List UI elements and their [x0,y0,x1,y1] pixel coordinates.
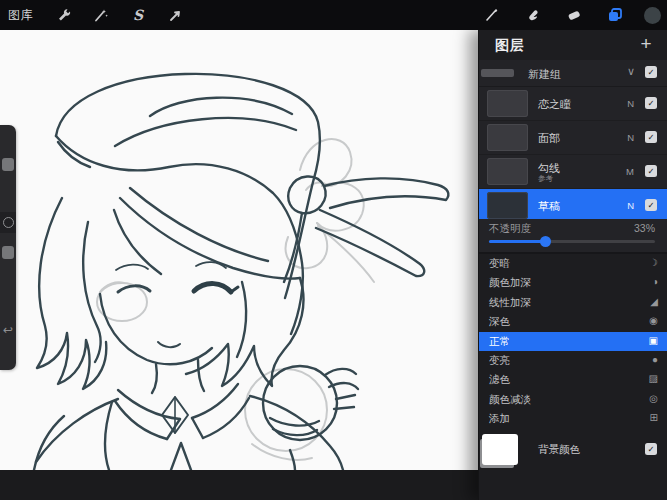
modify-ring-icon [3,217,14,228]
smudge-icon[interactable] [521,4,545,26]
layer-row[interactable]: 恋之瞳 N ✓ [479,87,667,121]
layer-row-selected[interactable]: 草稿 N ✓ [479,189,667,220]
gallery-button[interactable]: 图库 [8,7,33,24]
layer-reference-label: 参考 [538,174,553,184]
canvas-artwork [0,30,478,470]
blend-mode-item-selected[interactable]: 正常 ▣ [479,332,667,351]
layer-visibility-checkbox[interactable]: ✓ [645,97,657,109]
layers-icon[interactable] [603,4,627,26]
color-icon[interactable] [644,7,661,24]
magic-wand-icon[interactable] [89,4,113,26]
blend-mode-item[interactable]: 添加 ⊞ [479,409,667,428]
opacity-slider-fill [489,240,545,243]
linear-burn-icon: ◢ [650,296,658,307]
transform-icon[interactable] [163,4,187,26]
group-visibility-checkbox[interactable]: ✓ [645,66,657,78]
opacity-slider-thumb[interactable] [540,236,551,247]
background-color-row[interactable]: 背景颜色 ✓ [479,432,667,470]
blend-mode-item[interactable]: 变暗 ☽ [479,254,667,273]
layers-panel-header: 图层 + [479,30,667,60]
layer-row[interactable]: 面部 N ✓ [479,121,667,155]
lighten-icon: ● [652,354,658,365]
darken-icon: ☽ [649,257,658,268]
eraser-icon[interactable] [562,4,586,26]
layer-thumbnail [487,192,528,219]
layer-thumbnail [487,90,528,117]
opacity-label: 不透明度 [489,222,531,236]
blend-mode-badge[interactable]: N [627,132,634,143]
opacity-value: 33% [634,222,655,234]
layer-group-row[interactable]: 新建组 ∨ ✓ [479,60,667,87]
wrench-icon[interactable] [52,4,76,26]
opacity-slider[interactable] [489,240,655,243]
top-toolbar: 图库 S [0,0,667,30]
selection-icon[interactable]: S [126,4,150,26]
opacity-section: 不透明度 33% [479,219,667,254]
normal-icon: ▣ [649,335,658,346]
blend-mode-badge[interactable]: N [627,200,634,211]
brush-sidebar: ↩ [0,125,16,370]
group-name: 新建组 [528,67,561,82]
blend-mode-item[interactable]: 颜色减淡 ◎ [479,390,667,409]
paint-icon[interactable] [480,4,504,26]
group-thumbnail [481,69,514,77]
color-dodge-icon: ◎ [649,393,658,404]
undo-button[interactable]: ↩ [0,323,16,337]
blend-mode-item[interactable]: 线性加深 ◢ [479,293,667,312]
background-color-label: 背景颜色 [538,443,580,457]
brush-opacity-slider[interactable] [2,246,14,259]
layer-visibility-checkbox[interactable]: ✓ [645,131,657,143]
blend-mode-item[interactable]: 颜色加深 ◑ [479,273,667,292]
blend-mode-item[interactable]: 变亮 ● [479,351,667,370]
layers-panel: 图层 + 新建组 ∨ ✓ 恋之瞳 N ✓ 面部 N ✓ [478,30,667,500]
blend-mode-list: 变暗 ☽ 颜色加深 ◑ 线性加深 ◢ 深色 ◉ 正常 ▣ 变亮 ● [479,254,667,429]
layer-visibility-checkbox[interactable]: ✓ [645,165,657,177]
layer-thumbnail [487,158,528,185]
layer-list: 新建组 ∨ ✓ 恋之瞳 N ✓ 面部 N ✓ 勾线 参考 M ✓ [479,60,667,220]
background-color-swatch[interactable] [482,434,518,465]
layer-name: 草稿 [538,199,560,214]
brush-size-slider[interactable] [2,158,14,171]
blend-mode-badge[interactable]: M [626,166,634,177]
layer-name: 面部 [538,131,560,146]
layers-panel-title: 图层 [495,37,525,55]
blend-mode-badge[interactable]: N [627,98,634,109]
color-burn-icon: ◑ [652,276,658,287]
background-visibility-checkbox[interactable]: ✓ [645,443,657,455]
chevron-down-icon[interactable]: ∨ [627,65,635,78]
layer-name: 恋之瞳 [538,97,571,112]
drawing-canvas[interactable] [0,30,478,470]
add-layer-button[interactable]: + [635,33,657,55]
screen-icon: ▨ [649,373,658,384]
blend-mode-item[interactable]: 滤色 ▨ [479,370,667,389]
procreate-app: 图库 S [0,0,667,500]
layer-thumbnail [487,124,528,151]
darker-color-icon: ◉ [649,315,658,326]
layer-visibility-checkbox[interactable]: ✓ [645,199,657,211]
layer-row[interactable]: 勾线 参考 M ✓ [479,155,667,189]
modify-button[interactable] [0,212,16,233]
add-icon: ⊞ [650,412,658,423]
blend-mode-item[interactable]: 深色 ◉ [479,312,667,331]
